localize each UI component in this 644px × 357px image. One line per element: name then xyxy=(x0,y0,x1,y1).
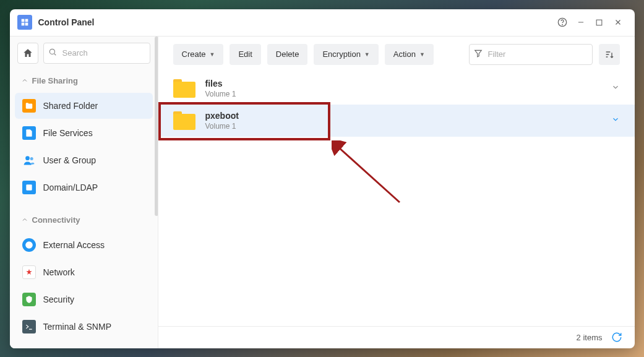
globe-icon xyxy=(22,238,36,252)
svg-rect-0 xyxy=(21,19,24,22)
svg-point-15 xyxy=(25,241,33,249)
sidebar-item-domain-ldap[interactable]: Domain/LDAP xyxy=(15,174,153,200)
folder-icon xyxy=(173,79,195,98)
section-label: File Sharing xyxy=(32,76,78,85)
svg-rect-7 xyxy=(596,20,602,25)
svg-marker-16 xyxy=(474,50,481,57)
sidebar-item-user-group[interactable]: User & Group xyxy=(15,147,153,173)
user-icon xyxy=(22,153,36,167)
svg-point-10 xyxy=(49,49,54,54)
create-button[interactable]: Create ▼ xyxy=(173,44,224,65)
sidebar-item-terminal-snmp[interactable]: Terminal & SNMP xyxy=(15,314,153,340)
sidebar-item-external-access[interactable]: External Access xyxy=(15,232,153,258)
edit-button[interactable]: Edit xyxy=(230,44,260,65)
minimize-button[interactable] xyxy=(572,13,590,32)
statusbar: 2 items xyxy=(158,326,635,348)
folder-volume: Volume 1 xyxy=(205,122,601,131)
refresh-button[interactable] xyxy=(611,332,622,343)
shield-icon xyxy=(22,293,36,306)
terminal-icon xyxy=(22,320,36,333)
delete-button[interactable]: Delete xyxy=(267,44,308,65)
sidebar-item-security[interactable]: Security xyxy=(15,286,153,312)
item-count: 2 items xyxy=(577,333,603,342)
filter-input[interactable] xyxy=(469,44,593,65)
encryption-button[interactable]: Encryption ▼ xyxy=(314,44,378,65)
sort-button[interactable] xyxy=(599,44,620,65)
folder-name: pxeboot xyxy=(205,111,601,121)
help-button[interactable] xyxy=(553,13,572,32)
domain-icon xyxy=(22,181,36,194)
file-icon xyxy=(22,126,36,140)
section-connectivity[interactable]: Connectivity xyxy=(15,209,153,231)
svg-rect-1 xyxy=(25,19,28,22)
app-icon xyxy=(17,15,32,30)
sidebar-item-shared-folder[interactable]: Shared Folder xyxy=(15,93,153,119)
toolbar: Create ▼ Edit Delete Encryption ▼ Action… xyxy=(158,37,635,72)
folder-icon xyxy=(173,111,195,130)
action-button[interactable]: Action ▼ xyxy=(385,44,434,65)
svg-line-11 xyxy=(54,53,56,55)
window-title: Control Panel xyxy=(38,17,95,27)
filter-icon xyxy=(474,49,483,60)
folder-volume: Volume 1 xyxy=(205,90,601,98)
sidebar-item-label: External Access xyxy=(43,240,105,250)
folder-row[interactable]: pxeboot Volume 1 xyxy=(158,105,635,137)
close-button[interactable] xyxy=(609,13,627,32)
sidebar-item-label: Domain/LDAP xyxy=(43,183,98,192)
sidebar-item-network[interactable]: Network xyxy=(15,259,153,285)
sidebar: File Sharing Shared Folder File Services xyxy=(10,37,158,348)
chevron-up-icon xyxy=(21,216,28,223)
svg-rect-14 xyxy=(26,184,32,190)
chevron-up-icon xyxy=(21,77,28,84)
maximize-button[interactable] xyxy=(590,13,609,32)
sidebar-item-file-services[interactable]: File Services xyxy=(15,120,153,146)
folder-name: files xyxy=(205,79,601,88)
control-panel-window: Control Panel xyxy=(10,9,635,348)
search-icon xyxy=(48,48,57,59)
caret-down-icon: ▼ xyxy=(419,51,425,58)
svg-rect-3 xyxy=(25,23,28,26)
svg-point-13 xyxy=(30,157,33,160)
chevron-down-icon[interactable] xyxy=(611,115,620,126)
content-area: Create ▼ Edit Delete Encryption ▼ Action… xyxy=(158,37,635,348)
sidebar-item-label: Terminal & SNMP xyxy=(43,322,111,332)
caret-down-icon: ▼ xyxy=(210,51,215,58)
search-input[interactable] xyxy=(43,43,150,64)
caret-down-icon: ▼ xyxy=(364,51,370,58)
annotation-arrow xyxy=(332,140,406,209)
folder-list: files Volume 1 pxeboot Volume 1 xyxy=(158,72,635,326)
sidebar-item-label: File Services xyxy=(43,128,93,138)
svg-point-12 xyxy=(25,156,30,160)
sidebar-item-label: Network xyxy=(43,267,75,277)
svg-rect-2 xyxy=(21,23,24,26)
network-icon xyxy=(22,265,36,279)
svg-line-21 xyxy=(338,147,400,202)
folder-row[interactable]: files Volume 1 xyxy=(158,72,635,105)
section-file-sharing[interactable]: File Sharing xyxy=(15,70,153,92)
sidebar-item-label: Shared Folder xyxy=(43,101,98,111)
chevron-down-icon[interactable] xyxy=(611,83,620,94)
folder-icon xyxy=(22,99,36,113)
svg-point-5 xyxy=(562,25,562,25)
section-label: Connectivity xyxy=(32,215,80,225)
home-button[interactable] xyxy=(17,43,38,64)
sidebar-item-label: User & Group xyxy=(43,155,97,165)
sidebar-item-label: Security xyxy=(43,295,75,304)
titlebar: Control Panel xyxy=(10,9,635,37)
